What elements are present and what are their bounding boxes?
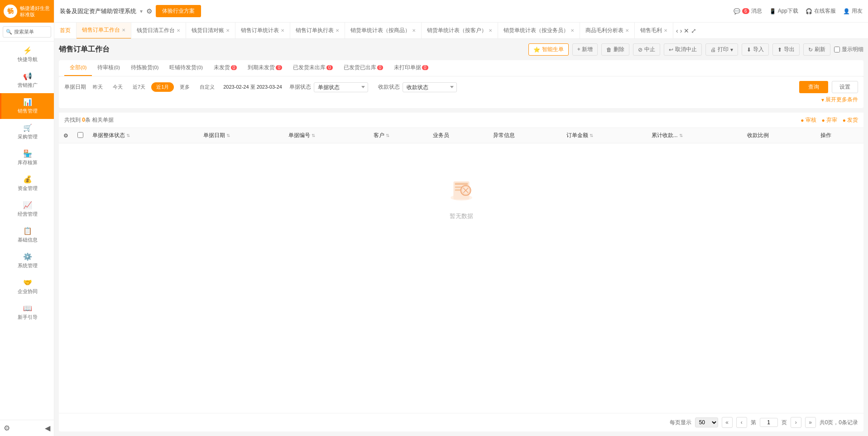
sub-tab-unshipped[interactable]: 未发货0 xyxy=(208,60,243,76)
prev-page-button[interactable]: ‹ xyxy=(736,417,747,428)
expand-filter-button[interactable]: ▾ 展开更多条件 xyxy=(821,96,858,104)
topbar-settings-icon[interactable]: ⚙ xyxy=(146,7,152,15)
tab-close-icon-8[interactable]: ✕ xyxy=(571,28,574,33)
message-item[interactable]: 💬 6 消息 xyxy=(734,7,762,15)
sidebar-item-inventory[interactable]: 🏪 库存核算 xyxy=(0,145,54,171)
sort-icon-number[interactable]: ⇅ xyxy=(312,133,315,138)
show-detail-label[interactable]: 显示明细 xyxy=(834,46,863,53)
sub-tab-unprinted[interactable]: 未打印单据0 xyxy=(388,60,434,76)
tab-close-icon-4[interactable]: ✕ xyxy=(281,28,284,33)
app-download-item[interactable]: 📱 App下载 xyxy=(769,7,798,15)
cancel-stop-button[interactable]: ↩ 取消中止 xyxy=(664,43,702,56)
sidebar-item-guide[interactable]: 📖 新手引导 xyxy=(0,299,54,325)
filter-payment-item: 收款状态 收款状态 xyxy=(378,82,460,92)
status-select[interactable]: 单据状态 xyxy=(314,82,368,92)
next-page-button[interactable]: › xyxy=(791,417,801,428)
tab-close-icon[interactable]: ✕ xyxy=(122,28,125,33)
tab-close-icon-2[interactable]: ✕ xyxy=(177,28,180,33)
query-button[interactable]: 查询 xyxy=(799,81,828,93)
select-all-checkbox[interactable] xyxy=(77,132,83,138)
cancel-review-action[interactable]: ● 弃审 xyxy=(822,116,837,124)
sub-tab-shop-pending[interactable]: 旺铺待发货(0) xyxy=(164,60,208,76)
sub-tab-overdue[interactable]: 到期未发货0 xyxy=(242,60,288,76)
th-settings[interactable]: ⚙ xyxy=(59,128,73,143)
tab-cash-daily-workbench[interactable]: 钱货日清工作台 ✕ xyxy=(131,23,186,39)
tab-cash-reconcile[interactable]: 钱货日清对账 ✕ xyxy=(186,23,235,39)
page-content: 销售订单工作台 ⭐ 智能生单 + 新增 🗑 删除 ⊘ 中止 ↩ 取消中止 xyxy=(54,39,868,436)
sort-icon-received[interactable]: ⇅ xyxy=(679,133,683,138)
th-checkbox[interactable] xyxy=(73,128,88,143)
sidebar-item-purchase[interactable]: 🛒 采购管理 xyxy=(0,119,54,145)
sidebar-item-finance[interactable]: 💰 资金管理 xyxy=(0,171,54,196)
tab-sales-order-workbench[interactable]: 销售订单工作台 ✕ xyxy=(77,23,131,39)
review-icon: ● xyxy=(801,117,804,123)
sort-icon-status[interactable]: ⇅ xyxy=(126,133,130,138)
import-button[interactable]: ⬇ 导入 xyxy=(742,43,769,56)
sidebar-item-sales[interactable]: 📊 销售管理 xyxy=(0,93,54,119)
online-service-item[interactable]: 🎧 在线客服 xyxy=(806,7,836,15)
sub-tab-pending-inspect[interactable]: 待拣验货(0) xyxy=(125,60,164,76)
sort-icon-amount[interactable]: ⇅ xyxy=(590,133,593,138)
page-number-input[interactable] xyxy=(760,418,778,427)
set-button[interactable]: 设置 xyxy=(832,81,858,93)
finance-icon: 💰 xyxy=(23,175,32,184)
export-button[interactable]: ⬆ 导出 xyxy=(772,43,800,56)
topbar-chevron-icon[interactable]: ▾ xyxy=(140,8,143,14)
tab-close-icon-5[interactable]: ✕ xyxy=(336,28,339,33)
settings-icon[interactable]: ⚙ xyxy=(4,424,10,432)
refresh-button[interactable]: ↻ 刷新 xyxy=(803,43,830,56)
new-button[interactable]: + 新增 xyxy=(572,43,598,56)
tab-sales-margin[interactable]: 销售毛利 ✕ xyxy=(635,23,673,39)
search-menu-button[interactable]: 🔍 搜索菜单 xyxy=(3,26,51,38)
last-page-button[interactable]: » xyxy=(805,417,816,428)
tab-prev-icon[interactable]: ‹ xyxy=(676,27,678,34)
sub-tab-shipped-not-out[interactable]: 已发货未出库0 xyxy=(288,60,338,76)
date-btn-custom[interactable]: 自定义 xyxy=(196,82,219,92)
sidebar-item-system[interactable]: ⚙️ 系统管理 xyxy=(0,248,54,274)
sub-tab-pending-review[interactable]: 待审核(0) xyxy=(92,60,125,76)
tab-next-icon[interactable]: › xyxy=(680,27,682,34)
date-btn-more[interactable]: 更多 xyxy=(176,82,194,92)
date-btn-yesterday[interactable]: 昨天 xyxy=(89,82,107,92)
tab-sales-stat[interactable]: 销售订单统计表 ✕ xyxy=(235,23,290,39)
print-button[interactable]: 🖨 打印 ▾ xyxy=(705,43,738,56)
filter-card: 单据日期 昨天 今天 近7天 近1月 更多 自定义 2023-02-24 至 2… xyxy=(59,76,863,108)
date-btn-today[interactable]: 今天 xyxy=(109,82,127,92)
tab-close-all-icon[interactable]: ✕ xyxy=(684,27,689,34)
delete-button[interactable]: 🗑 删除 xyxy=(601,43,629,56)
date-btn-7days[interactable]: 近7天 xyxy=(129,82,149,92)
tab-sales-customer[interactable]: 销货单统计表（按客户） ✕ xyxy=(422,23,498,39)
tab-close-icon-6[interactable]: ✕ xyxy=(412,28,416,33)
tab-gross-profit[interactable]: 商品毛利分析表 ✕ xyxy=(580,23,635,39)
sidebar-item-quick-nav[interactable]: ⚡ 快捷导航 xyxy=(0,42,54,67)
sidebar-item-cooperation[interactable]: 🤝 企业协同 xyxy=(0,274,54,299)
date-btn-1month[interactable]: 近1月 xyxy=(151,82,174,92)
stop-button[interactable]: ⊘ 中止 xyxy=(633,43,660,56)
tab-close-icon-7[interactable]: ✕ xyxy=(489,28,492,33)
sidebar-item-management[interactable]: 📈 经营管理 xyxy=(0,196,54,222)
collapse-icon[interactable]: ◀ xyxy=(45,424,50,432)
ship-action[interactable]: ● 发货 xyxy=(843,116,858,124)
review-action[interactable]: ● 审核 xyxy=(801,116,816,124)
tab-close-icon-9[interactable]: ✕ xyxy=(625,28,629,33)
trial-button[interactable]: 体验行业方案 xyxy=(156,5,201,17)
smart-create-button[interactable]: ⭐ 智能生单 xyxy=(528,43,569,56)
sub-tab-shipped-out[interactable]: 已发货已出库0 xyxy=(338,60,389,76)
tab-close-icon-10[interactable]: ✕ xyxy=(664,28,667,33)
sort-icon-customer[interactable]: ⇅ xyxy=(386,133,389,138)
first-page-button[interactable]: « xyxy=(722,417,733,428)
page-size-select[interactable]: 50 10 20 100 xyxy=(695,417,718,427)
tab-sales-exec[interactable]: 销售订单执行表 ✕ xyxy=(290,23,345,39)
show-detail-checkbox[interactable] xyxy=(834,47,840,52)
tab-expand-icon[interactable]: ⤢ xyxy=(691,27,696,34)
sidebar-item-basic-info[interactable]: 📋 基础信息 xyxy=(0,222,54,248)
payment-select[interactable]: 收款状态 xyxy=(403,82,457,92)
sidebar-item-marketing[interactable]: 📢 营销推广 xyxy=(0,67,54,93)
user-item[interactable]: 👤 用友 xyxy=(843,7,863,15)
tab-sales-product[interactable]: 销货单统计表（按商品） ✕ xyxy=(345,23,422,39)
tab-home[interactable]: 首页 xyxy=(54,23,77,39)
sub-tab-all[interactable]: 全部(0) xyxy=(64,60,92,76)
tab-sales-staff[interactable]: 销货单统计表（按业务员） ✕ xyxy=(498,23,580,39)
sort-icon-date[interactable]: ⇅ xyxy=(226,133,230,138)
tab-close-icon-3[interactable]: ✕ xyxy=(226,28,230,33)
